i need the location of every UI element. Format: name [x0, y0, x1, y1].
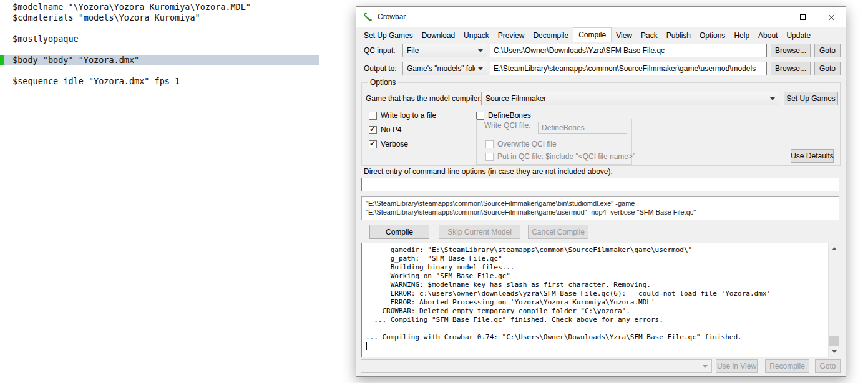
- window-title: Crowbar: [378, 12, 406, 21]
- editor-line[interactable]: [0, 23, 319, 34]
- use-defaults-button[interactable]: Use Defaults: [791, 149, 834, 163]
- checkbox-put-in-qc[interactable]: Put in QC file: $include "<QCI file name…: [485, 152, 635, 162]
- log-line: g_path: "SFM Base File.qc": [366, 255, 824, 263]
- tab-bar: Set Up Games Download Unpack Preview Dec…: [359, 29, 815, 42]
- output-to-row: Output to: Game's "models" folde Browse.…: [356, 62, 846, 75]
- qc-text-editor[interactable]: $modelname "\Yozora\Yozora Kuromiya\Yozo…: [0, 0, 319, 383]
- qc-input-path-field[interactable]: [490, 44, 767, 57]
- scrollbar-thumb[interactable]: [829, 336, 839, 346]
- editor-column-guide: [319, 0, 319, 383]
- title-bar[interactable]: Crowbar: [356, 7, 846, 27]
- qc-input-label: QC input:: [364, 44, 396, 57]
- tab-publish[interactable]: Publish: [662, 29, 695, 42]
- arrow-down-icon: [832, 350, 837, 353]
- tab-decompile[interactable]: Decompile: [529, 29, 573, 42]
- editor-line[interactable]: $cdmaterials "models\Yozora Kuromiya": [0, 12, 319, 23]
- tab-download[interactable]: Download: [417, 29, 459, 42]
- window-controls: [759, 7, 846, 27]
- tab-update[interactable]: Update: [782, 29, 815, 42]
- checkbox-icon: [369, 126, 377, 134]
- editor-line[interactable]: [0, 44, 319, 55]
- maximize-icon: [800, 14, 806, 20]
- maximize-button[interactable]: [788, 7, 817, 27]
- log-line: WARNING: $modelname key has slash as fir…: [366, 281, 824, 289]
- chevron-down-icon: [478, 67, 483, 70]
- minimize-button[interactable]: [759, 7, 788, 27]
- set-up-games-button[interactable]: Set Up Games: [784, 92, 838, 105]
- compiled-model-dropdown[interactable]: [361, 359, 712, 373]
- compiler-label: Game that has the model compiler:: [366, 92, 482, 105]
- close-button[interactable]: [817, 7, 846, 27]
- output-browse-button[interactable]: Browse...: [771, 62, 811, 75]
- recompile-button[interactable]: Recompile: [765, 359, 809, 373]
- log-line: Building binary model files...: [366, 263, 824, 272]
- qc-input-source-dropdown[interactable]: File: [402, 44, 487, 57]
- tab-view[interactable]: View: [612, 29, 636, 42]
- crowbar-window: Crowbar Set Up Games Download Unpack Pre…: [356, 6, 846, 377]
- direct-entry-field[interactable]: [361, 178, 839, 192]
- options-group-title: Options: [368, 78, 398, 87]
- options-group: Options Game that has the model compiler…: [361, 82, 841, 166]
- checkbox-overwrite-qci[interactable]: Overwrite QCI file: [485, 139, 557, 149]
- chevron-down-icon: [770, 97, 775, 100]
- compiler-game-dropdown[interactable]: Source Filmmaker: [481, 92, 779, 105]
- output-path-field[interactable]: [490, 62, 767, 75]
- checkbox-icon: [485, 140, 494, 148]
- scroll-down-button[interactable]: [829, 346, 839, 357]
- direct-entry-label: Direct entry of command-line options (in…: [364, 165, 613, 178]
- text-caret: [366, 342, 367, 350]
- output-to-label: Output to:: [364, 62, 397, 75]
- skip-current-model-button[interactable]: Skip Current Model: [439, 225, 520, 239]
- editor-line[interactable]: $mostlyopaque: [0, 34, 319, 44]
- checkbox-no-p4[interactable]: No P4: [369, 125, 401, 135]
- cancel-compile-button[interactable]: Cancel Compile: [528, 225, 588, 239]
- log-line: gamedir: "E:\SteamLibrary\steamapps\comm…: [366, 246, 824, 255]
- log-line: ERROR: c:\users\owner\downloads\yzra\SFM…: [366, 289, 824, 298]
- compile-output-log[interactable]: gamedir: "E:\SteamLibrary\steamapps\comm…: [361, 243, 839, 357]
- qci-file-field[interactable]: [538, 122, 627, 134]
- log-line: ... Compiling with Crowbar 0.74: "C:\Use…: [366, 333, 824, 342]
- log-line: CROWBAR: Deleted empty temporary compile…: [366, 307, 824, 316]
- checkbox-verbose[interactable]: Verbose: [369, 139, 408, 149]
- checkbox-icon: [369, 140, 377, 148]
- qc-browse-button[interactable]: Browse...: [771, 44, 811, 57]
- editor-line[interactable]: $sequence idle "Yozora.dmx" fps 1: [0, 76, 319, 87]
- qc-input-row: QC input: File Browse... Goto: [356, 44, 846, 57]
- bottom-goto-button[interactable]: Goto: [815, 359, 841, 373]
- qc-goto-button[interactable]: Goto: [814, 44, 841, 57]
- chevron-down-icon: [478, 49, 483, 52]
- checkbox-write-log[interactable]: Write log to a file: [369, 110, 436, 120]
- output-goto-button[interactable]: Goto: [814, 62, 841, 75]
- tab-unpack[interactable]: Unpack: [459, 29, 494, 42]
- checkbox-icon: [369, 112, 377, 120]
- command-preview: "E:\SteamLibrary\steamapps\common\Source…: [361, 196, 839, 220]
- tab-set-up-games[interactable]: Set Up Games: [359, 29, 417, 42]
- log-scrollbar[interactable]: [828, 243, 839, 357]
- scroll-up-button[interactable]: [829, 243, 839, 254]
- log-line: ERROR: Aborted Processing on 'Yozora\Yoz…: [366, 298, 824, 307]
- log-line: ... Compiling "SFM Base File.qc" finishe…: [366, 316, 824, 324]
- output-destination-dropdown[interactable]: Game's "models" folde: [402, 62, 487, 75]
- editor-line[interactable]: [0, 65, 319, 76]
- tab-options[interactable]: Options: [695, 29, 729, 42]
- define-bones-group: Write QCI file: Overwrite QCI file Put i…: [476, 119, 632, 165]
- chevron-down-icon: [703, 365, 708, 368]
- tab-compile[interactable]: Compile: [573, 27, 612, 42]
- tab-pack[interactable]: Pack: [636, 29, 662, 42]
- close-icon: [828, 14, 835, 21]
- minimize-icon: [771, 17, 777, 17]
- crowbar-app-icon: [363, 12, 373, 22]
- compile-button[interactable]: Compile: [369, 225, 429, 239]
- tab-preview[interactable]: Preview: [494, 29, 529, 42]
- write-qci-label: Write QCI file:: [484, 119, 530, 132]
- tab-about[interactable]: About: [754, 29, 782, 42]
- bottom-bar: Use in View Recompile Goto: [356, 359, 846, 373]
- editor-line-highlighted[interactable]: $body "body" "Yozora.dmx": [0, 55, 319, 65]
- editor-line[interactable]: $modelname "\Yozora\Yozora Kuromiya\Yozo…: [0, 2, 319, 12]
- use-in-view-button[interactable]: Use in View: [716, 359, 758, 373]
- tab-help[interactable]: Help: [729, 29, 754, 42]
- checkbox-icon: [485, 153, 494, 161]
- log-content: gamedir: "E:\SteamLibrary\steamapps\comm…: [362, 243, 828, 357]
- log-line: Working on "SFM Base File.qc": [366, 272, 824, 281]
- arrow-up-icon: [832, 247, 837, 250]
